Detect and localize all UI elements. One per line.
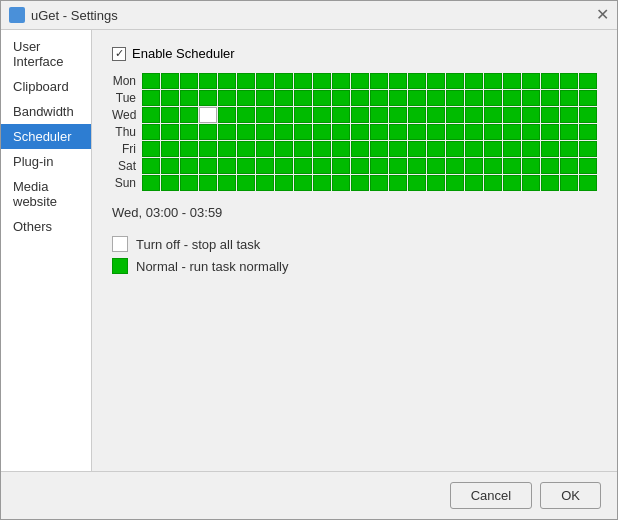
cell-sun-2[interactable] <box>180 175 198 191</box>
cell-sun-6[interactable] <box>256 175 274 191</box>
cell-thu-1[interactable] <box>161 124 179 140</box>
cell-sun-20[interactable] <box>522 175 540 191</box>
cell-tue-21[interactable] <box>541 90 559 106</box>
cell-fri-2[interactable] <box>180 141 198 157</box>
cancel-button[interactable]: Cancel <box>450 482 532 509</box>
cell-sat-5[interactable] <box>237 158 255 174</box>
cell-sat-22[interactable] <box>560 158 578 174</box>
cell-wed-18[interactable] <box>484 107 502 123</box>
cell-sat-17[interactable] <box>465 158 483 174</box>
cell-thu-10[interactable] <box>332 124 350 140</box>
cell-thu-13[interactable] <box>389 124 407 140</box>
cell-thu-14[interactable] <box>408 124 426 140</box>
cell-tue-1[interactable] <box>161 90 179 106</box>
cell-fri-21[interactable] <box>541 141 559 157</box>
sidebar-item-user-interface[interactable]: User Interface <box>1 34 91 74</box>
cell-mon-18[interactable] <box>484 73 502 89</box>
cell-fri-11[interactable] <box>351 141 369 157</box>
cell-sun-21[interactable] <box>541 175 559 191</box>
cell-sun-3[interactable] <box>199 175 217 191</box>
cell-wed-23[interactable] <box>579 107 597 123</box>
cell-thu-19[interactable] <box>503 124 521 140</box>
cell-sat-13[interactable] <box>389 158 407 174</box>
cell-sun-11[interactable] <box>351 175 369 191</box>
cell-sat-7[interactable] <box>275 158 293 174</box>
cell-thu-8[interactable] <box>294 124 312 140</box>
cell-wed-20[interactable] <box>522 107 540 123</box>
cell-fri-6[interactable] <box>256 141 274 157</box>
cell-thu-4[interactable] <box>218 124 236 140</box>
cell-tue-17[interactable] <box>465 90 483 106</box>
cell-fri-17[interactable] <box>465 141 483 157</box>
cell-mon-9[interactable] <box>313 73 331 89</box>
cell-wed-3[interactable] <box>199 107 217 123</box>
cell-mon-7[interactable] <box>275 73 293 89</box>
cell-mon-0[interactable] <box>142 73 160 89</box>
cell-sat-10[interactable] <box>332 158 350 174</box>
cell-tue-7[interactable] <box>275 90 293 106</box>
cell-thu-3[interactable] <box>199 124 217 140</box>
sidebar-item-media-website[interactable]: Media website <box>1 174 91 214</box>
cell-tue-11[interactable] <box>351 90 369 106</box>
cell-mon-23[interactable] <box>579 73 597 89</box>
cell-fri-10[interactable] <box>332 141 350 157</box>
cell-fri-16[interactable] <box>446 141 464 157</box>
cell-tue-9[interactable] <box>313 90 331 106</box>
cell-wed-14[interactable] <box>408 107 426 123</box>
cell-wed-0[interactable] <box>142 107 160 123</box>
cell-mon-20[interactable] <box>522 73 540 89</box>
sidebar-item-clipboard[interactable]: Clipboard <box>1 74 91 99</box>
cell-wed-5[interactable] <box>237 107 255 123</box>
cell-mon-5[interactable] <box>237 73 255 89</box>
cell-wed-4[interactable] <box>218 107 236 123</box>
cell-fri-23[interactable] <box>579 141 597 157</box>
cell-sat-16[interactable] <box>446 158 464 174</box>
cell-mon-17[interactable] <box>465 73 483 89</box>
cell-sun-12[interactable] <box>370 175 388 191</box>
cell-sun-9[interactable] <box>313 175 331 191</box>
cell-mon-21[interactable] <box>541 73 559 89</box>
cell-fri-20[interactable] <box>522 141 540 157</box>
cell-wed-7[interactable] <box>275 107 293 123</box>
cell-mon-11[interactable] <box>351 73 369 89</box>
cell-sun-10[interactable] <box>332 175 350 191</box>
cell-wed-22[interactable] <box>560 107 578 123</box>
cell-fri-14[interactable] <box>408 141 426 157</box>
cell-wed-8[interactable] <box>294 107 312 123</box>
cell-tue-8[interactable] <box>294 90 312 106</box>
cell-sun-14[interactable] <box>408 175 426 191</box>
cell-thu-9[interactable] <box>313 124 331 140</box>
cell-tue-18[interactable] <box>484 90 502 106</box>
cell-thu-2[interactable] <box>180 124 198 140</box>
cell-tue-19[interactable] <box>503 90 521 106</box>
ok-button[interactable]: OK <box>540 482 601 509</box>
close-icon[interactable]: ✕ <box>596 7 609 23</box>
cell-tue-15[interactable] <box>427 90 445 106</box>
cell-sun-1[interactable] <box>161 175 179 191</box>
cell-sat-1[interactable] <box>161 158 179 174</box>
cell-fri-8[interactable] <box>294 141 312 157</box>
cell-sat-15[interactable] <box>427 158 445 174</box>
cell-fri-13[interactable] <box>389 141 407 157</box>
cell-wed-15[interactable] <box>427 107 445 123</box>
cell-tue-2[interactable] <box>180 90 198 106</box>
cell-sun-23[interactable] <box>579 175 597 191</box>
cell-tue-23[interactable] <box>579 90 597 106</box>
cell-fri-19[interactable] <box>503 141 521 157</box>
cell-fri-18[interactable] <box>484 141 502 157</box>
cell-fri-9[interactable] <box>313 141 331 157</box>
cell-thu-0[interactable] <box>142 124 160 140</box>
cell-sun-22[interactable] <box>560 175 578 191</box>
cell-wed-13[interactable] <box>389 107 407 123</box>
cell-thu-17[interactable] <box>465 124 483 140</box>
cell-tue-20[interactable] <box>522 90 540 106</box>
cell-sat-4[interactable] <box>218 158 236 174</box>
cell-mon-14[interactable] <box>408 73 426 89</box>
cell-mon-1[interactable] <box>161 73 179 89</box>
cell-tue-3[interactable] <box>199 90 217 106</box>
cell-thu-21[interactable] <box>541 124 559 140</box>
cell-mon-6[interactable] <box>256 73 274 89</box>
cell-sat-8[interactable] <box>294 158 312 174</box>
cell-sun-15[interactable] <box>427 175 445 191</box>
cell-sun-16[interactable] <box>446 175 464 191</box>
